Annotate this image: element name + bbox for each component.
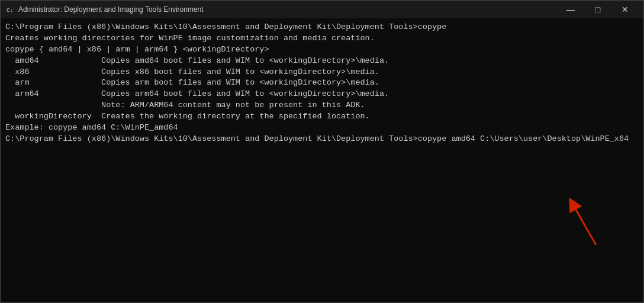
terminal-line: Example: copype amd64 C:\WinPE_amd64 [5,123,639,134]
window-title: Administrator: Deployment and Imaging To… [18,5,557,14]
title-bar: C: Administrator: Deployment and Imaging… [1,1,643,18]
terminal-line: arm64 Copies arm64 boot files and WIM to… [5,89,639,100]
terminal-line: workingDirectory Creates the working dir… [5,111,639,123]
minimize-button[interactable]: — [557,1,584,18]
terminal-line: C:\Program Files (x86)\Windows Kits\10\A… [5,134,639,145]
terminal-line: amd64 Copies amd64 boot files and WIM to… [5,56,639,67]
svg-text:C:: C: [7,7,14,14]
terminal-line: Note: ARM/ARM64 content may not be prese… [5,100,639,111]
terminal-line: Creates working directories for WinPE im… [5,33,639,44]
window-controls: — □ ✕ [557,1,639,18]
terminal-line: copype { amd64 | x86 | arm | arm64 } <wo… [5,44,639,56]
terminal-line: arm Copies arm boot files and WIM to <wo… [5,78,639,89]
terminal-body[interactable]: C:\Program Files (x86)\Windows Kits\10\A… [1,18,643,302]
maximize-button[interactable]: □ [584,1,611,18]
terminal-line: x86 Copies x86 boot files and WIM to <wo… [5,67,639,78]
close-button[interactable]: ✕ [611,1,639,18]
cmd-icon: C: [5,5,15,14]
terminal-output: C:\Program Files (x86)\Windows Kits\10\A… [5,22,639,145]
cmd-window: C: Administrator: Deployment and Imaging… [0,0,644,303]
arrow-annotation [561,192,608,255]
svg-line-3 [572,204,596,245]
terminal-line: C:\Program Files (x86)\Windows Kits\10\A… [5,22,639,33]
